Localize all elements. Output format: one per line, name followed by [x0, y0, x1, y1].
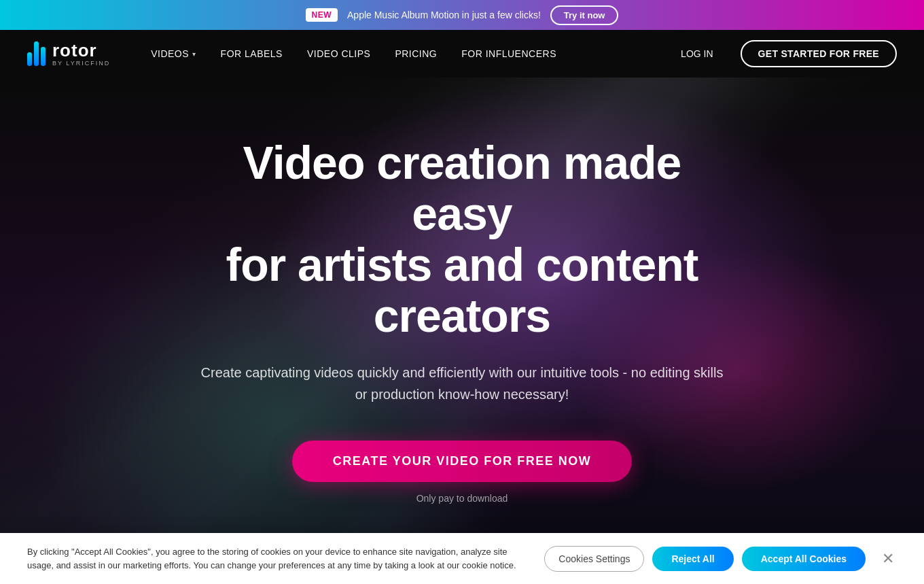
cookie-banner: By clicking "Accept All Cookies", you ag…	[0, 533, 924, 584]
try-now-button[interactable]: Try it now	[550, 5, 619, 25]
nav-for-labels[interactable]: FOR LABELS	[221, 48, 283, 59]
logo-link[interactable]: rotor BY LYRICFIND	[27, 41, 110, 67]
new-badge: NEW	[306, 8, 338, 22]
announcement-bar: NEW Apple Music Album Motion in just a f…	[0, 0, 924, 30]
login-link[interactable]: LOG IN	[681, 48, 713, 59]
chevron-down-icon: ▾	[192, 50, 196, 58]
nav-videos[interactable]: VIDEOS ▾	[151, 48, 196, 59]
nav-for-influencers[interactable]: FOR INFLUENCERS	[461, 48, 556, 59]
get-started-button[interactable]: GET STARTED FOR FREE	[741, 40, 897, 67]
only-pay-text: Only pay to download	[197, 493, 727, 504]
accept-all-cookies-button[interactable]: Accept All Cookies	[742, 547, 866, 571]
logo-sub: BY LYRICFIND	[52, 61, 110, 67]
nav-links: VIDEOS ▾ FOR LABELS VIDEO CLIPS PRICING …	[151, 48, 556, 59]
cookies-settings-button[interactable]: Cookies Settings	[544, 546, 644, 572]
announcement-text: Apple Music Album Motion in just a few c…	[347, 10, 541, 20]
logo-bar-3	[41, 47, 46, 66]
logo-text: rotor BY LYRICFIND	[52, 41, 110, 67]
logo-bar-1	[27, 52, 32, 66]
cookie-text: By clicking "Accept All Cookies", you ag…	[27, 545, 531, 572]
navbar: rotor BY LYRICFIND VIDEOS ▾ FOR LABELS V…	[0, 30, 924, 78]
cta-button[interactable]: CREATE YOUR VIDEO FOR FREE NOW	[292, 441, 632, 482]
reject-all-button[interactable]: Reject All	[652, 547, 733, 571]
cookie-buttons: Cookies Settings Reject All Accept All C…	[544, 546, 866, 572]
nav-video-clips[interactable]: VIDEO CLIPS	[307, 48, 370, 59]
hero-content: Video creation made easy for artists and…	[170, 137, 754, 503]
logo-icon	[27, 41, 46, 66]
hero-section: Video creation made easy for artists and…	[0, 78, 924, 564]
nav-pricing[interactable]: PRICING	[395, 48, 437, 59]
hero-title: Video creation made easy for artists and…	[197, 137, 727, 341]
logo-name: rotor	[52, 41, 110, 59]
cookie-close-button[interactable]: ✕	[879, 551, 897, 566]
hero-subtitle: Create captivating videos quickly and ef…	[197, 362, 727, 405]
logo-bar-2	[34, 41, 39, 66]
